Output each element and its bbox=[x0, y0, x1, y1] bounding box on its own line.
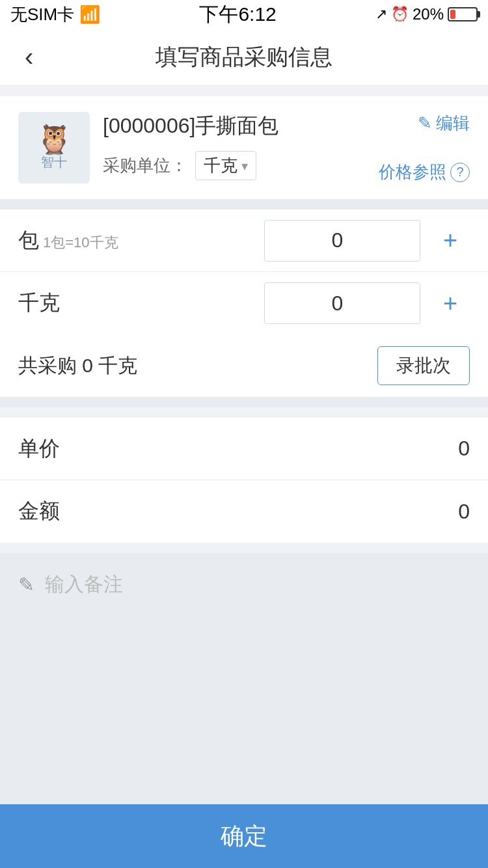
unit-label: 采购单位： bbox=[103, 154, 187, 177]
kg-quantity-input[interactable] bbox=[264, 282, 420, 324]
amount-row: 金额 0 bbox=[0, 480, 488, 543]
battery-pct: 20% bbox=[413, 5, 444, 23]
pack-label: 包1包=10千克 bbox=[18, 226, 118, 255]
edit-button[interactable]: ✎ 编辑 bbox=[418, 112, 470, 135]
content-area bbox=[0, 616, 488, 811]
alarm-icon: ⏰ bbox=[391, 6, 409, 23]
battery-icon bbox=[448, 7, 478, 21]
amount-value: 0 bbox=[458, 500, 470, 524]
amount-label: 金额 bbox=[18, 497, 60, 526]
unit-price-label: 单价 bbox=[18, 435, 60, 463]
edit-label: 编辑 bbox=[436, 112, 470, 135]
pack-plus-button[interactable]: + bbox=[431, 221, 470, 260]
pack-quantity-input[interactable] bbox=[264, 220, 420, 262]
confirm-button[interactable]: 确定 bbox=[0, 804, 488, 868]
note-placeholder: 输入备注 bbox=[45, 571, 123, 598]
kg-input-row: 千克 + bbox=[0, 272, 488, 334]
price-section: 单价 0 金额 0 bbox=[0, 418, 488, 543]
page-title: 填写商品采购信息 bbox=[156, 42, 332, 72]
section-divider-2 bbox=[0, 397, 488, 407]
note-section[interactable]: ✎ 输入备注 bbox=[0, 553, 488, 616]
summary-text: 共采购 0 千克 bbox=[18, 353, 137, 379]
summary-row: 共采购 0 千克 录批次 bbox=[0, 334, 488, 397]
pack-input-row: 包1包=10千克 + bbox=[0, 210, 488, 272]
section-divider-1 bbox=[0, 199, 488, 210]
kg-input-wrapper: + bbox=[83, 282, 470, 324]
unit-dropdown[interactable]: 千克 ▾ bbox=[195, 151, 256, 180]
info-icon: ? bbox=[450, 163, 470, 182]
product-name: [0000006]手撕面包 bbox=[103, 112, 470, 141]
product-thumbnail: 🦉 智十 bbox=[18, 112, 90, 183]
unit-price-value: 0 bbox=[458, 437, 470, 461]
kg-label: 千克 bbox=[18, 289, 70, 318]
pack-input-wrapper: + bbox=[131, 220, 470, 262]
kg-plus-button[interactable]: + bbox=[431, 284, 470, 323]
batch-button[interactable]: 录批次 bbox=[377, 346, 470, 385]
price-ref-label: 价格参照 bbox=[379, 161, 446, 183]
product-thumb-label: 智十 bbox=[41, 154, 67, 171]
back-button[interactable]: ‹ bbox=[18, 36, 40, 78]
status-time: 下午6:12 bbox=[199, 1, 276, 28]
location-icon: ↗ bbox=[375, 6, 387, 23]
edit-icon: ✎ bbox=[418, 113, 432, 133]
nav-bar: ‹ 填写商品采购信息 bbox=[0, 29, 488, 86]
product-card: 🦉 智十 [0000006]手撕面包 采购单位： 千克 ▾ ✎ 编辑 价格参照 … bbox=[0, 96, 488, 199]
input-section: 包1包=10千克 + 千克 + bbox=[0, 210, 488, 334]
pack-sublabel: 1包=10千克 bbox=[43, 234, 118, 251]
unit-value: 千克 bbox=[204, 154, 237, 177]
unit-price-row: 单价 0 bbox=[0, 418, 488, 480]
product-owl-icon: 🦉 bbox=[36, 125, 72, 154]
status-bar: 无SIM卡 📶 下午6:12 ↗ ⏰ 20% bbox=[0, 0, 488, 29]
status-right: ↗ ⏰ 20% bbox=[375, 5, 478, 23]
price-ref-button[interactable]: 价格参照 ? bbox=[379, 161, 470, 183]
status-left: 无SIM卡 📶 bbox=[10, 3, 100, 26]
note-icon: ✎ bbox=[18, 573, 34, 596]
carrier-text: 无SIM卡 bbox=[10, 3, 74, 26]
dropdown-arrow-icon: ▾ bbox=[241, 158, 248, 174]
wifi-icon: 📶 bbox=[79, 5, 100, 25]
